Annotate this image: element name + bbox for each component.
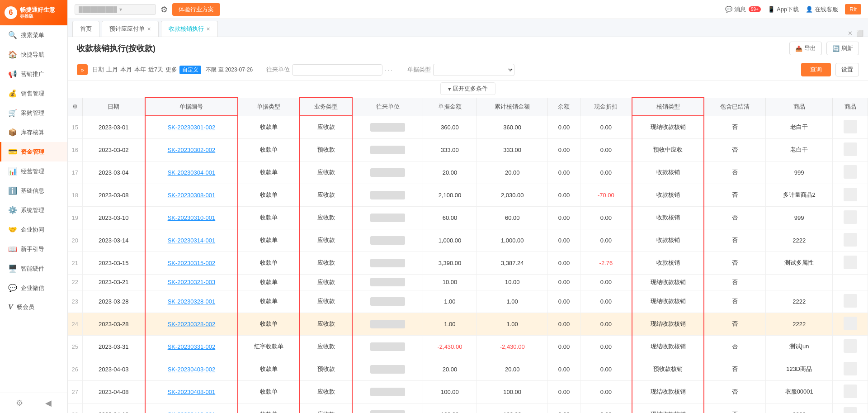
user-avatar[interactable]: Rit [845, 4, 861, 14]
date-link-lastmonth[interactable]: 上月 [106, 66, 118, 74]
cell-cash-discount: 0.00 [580, 161, 632, 184]
tab-payable-close[interactable]: ✕ [147, 26, 151, 32]
cell-cash-discount: 0.00 [580, 290, 632, 313]
expand-more-btn[interactable]: ▾ 展开更多条件 [440, 82, 495, 95]
bill-no-link[interactable]: SK-20230403-002 [168, 366, 216, 373]
cell-counterpart: ████ [352, 403, 423, 413]
sidebar-item-wecom[interactable]: 💬 企业微信 [0, 278, 67, 298]
cell-biz-type: 预收款 [300, 358, 352, 380]
cell-accumulated: 10.00 [477, 274, 548, 290]
sidebar-item-label: 新手引导 [21, 245, 44, 253]
sidebar-item-guide[interactable]: 📖 新手引导 [0, 239, 67, 259]
cell-no: 19 [68, 206, 82, 229]
sidebar-item-member[interactable]: V 畅会员 [0, 298, 67, 317]
sidebar-item-operation[interactable]: 📊 经营管理 [0, 161, 67, 181]
cell-amount: 100.00 [423, 403, 476, 413]
tab-collection-close[interactable]: ✕ [206, 26, 210, 32]
bill-no-link[interactable]: SK-20230418-001 [168, 411, 216, 413]
sidebar-item-search[interactable]: 🔍 搜索菜单 [0, 25, 67, 45]
th-settings[interactable]: ⚙ [68, 98, 82, 116]
date-link-7days[interactable]: 近7天 [148, 66, 163, 74]
collapse-icon[interactable]: ◀ [45, 398, 52, 408]
cell-balance: 0.00 [548, 184, 580, 206]
bill-no-link[interactable]: SK-20230314-001 [168, 237, 216, 244]
topbar-settings-icon[interactable]: ⚙ [160, 5, 168, 14]
home-icon: 🏠 [8, 50, 17, 59]
th-balance: 余额 [548, 98, 580, 116]
th-product1: 商品 [766, 98, 833, 116]
tab-collection[interactable]: 收款核销执行 ✕ [161, 21, 218, 37]
online-service-item[interactable]: 👤 在线客服 [806, 5, 838, 14]
cell-product1: 123D商品 [766, 358, 833, 380]
tab-payable[interactable]: 预计应应付单 ✕ [102, 21, 159, 37]
cell-accumulated: 20.00 [477, 161, 548, 184]
bill-no-link[interactable]: SK-20230331-002 [168, 343, 216, 350]
sidebar-item-basic[interactable]: ℹ️ 基础信息 [0, 181, 67, 200]
bill-no-link[interactable]: SK-20230310-001 [168, 214, 216, 221]
table-row: 22 2023-03-21 SK-20230321-003 收款单 应收款 ██… [68, 274, 868, 290]
app-download-item[interactable]: 📱 App下载 [768, 5, 799, 14]
bill-no-link[interactable]: SK-20230328-001 [168, 298, 216, 305]
date-link-thismonth[interactable]: 本月 [120, 66, 132, 74]
sidebar-item-sales[interactable]: 💰 销售管理 [0, 84, 67, 103]
cell-biz-type: 应收款 [300, 380, 352, 403]
cell-bill-type: 收款单 [238, 138, 300, 161]
cell-bill-type: 收款单 [238, 161, 300, 184]
sidebar-item-system[interactable]: ⚙️ 系统管理 [0, 200, 67, 220]
refresh-btn[interactable]: 🔄 刷新 [826, 42, 859, 55]
export-btn[interactable]: 📤 导出 [789, 42, 822, 55]
member-icon: V [8, 303, 13, 311]
refresh-label: 刷新 [841, 44, 853, 52]
cell-product2 [833, 335, 868, 358]
cell-write-off-type: 现结收款核销 [632, 335, 704, 358]
nav-input[interactable]: ██████████ ▾ [75, 4, 156, 15]
cell-balance: 0.00 [548, 335, 580, 358]
bill-no-link[interactable]: SK-20230302-002 [168, 147, 216, 153]
sidebar-item-label: 基础信息 [21, 187, 44, 195]
tab-close-all-icon[interactable]: ✕ [848, 30, 853, 37]
topbar: ██████████ ▾ ⚙ 体验行业方案 💬 消息 99+ 📱 App下载 👤… [68, 0, 868, 19]
bill-no-link[interactable]: SK-20230315-002 [168, 260, 216, 266]
query-btn[interactable]: 查询 [801, 63, 831, 76]
sidebar-item-label: 企业协同 [21, 226, 44, 234]
bill-no-link[interactable]: SK-20230301-002 [168, 124, 216, 131]
sidebar-item-hardware[interactable]: 🖥️ 智能硬件 [0, 259, 67, 278]
bill-no-link[interactable]: SK-20230328-002 [168, 321, 216, 328]
bill-no-link[interactable]: SK-20230308-001 [168, 192, 216, 199]
filter-settings-btn[interactable]: 设置 [835, 63, 859, 76]
cell-bill-no: SK-20230328-002 [145, 313, 238, 335]
filter-expand-btn[interactable]: » [77, 64, 88, 75]
cell-bill-type: 收款单 [238, 184, 300, 206]
nav-dropdown-icon[interactable]: ▾ [119, 6, 122, 13]
sidebar-item-enterprise[interactable]: 🤝 企业协同 [0, 220, 67, 239]
sidebar-item-label: 企业微信 [21, 284, 44, 292]
sidebar-item-purchase[interactable]: 🛒 采购管理 [0, 103, 67, 123]
date-link-thisyear[interactable]: 本年 [134, 66, 146, 74]
bill-no-link[interactable]: SK-20230321-003 [168, 279, 216, 285]
settings-bottom-icon[interactable]: ⚙ [16, 398, 23, 408]
cell-bill-type: 收款单 [238, 116, 300, 138]
cell-bill-type: 收款单 [238, 290, 300, 313]
th-bill-type: 单据类型 [238, 98, 300, 116]
notification-item[interactable]: 💬 消息 99+ [725, 5, 761, 14]
bill-no-link[interactable]: SK-20230408-001 [168, 389, 216, 395]
notification-icon: 💬 [725, 6, 732, 13]
cell-product2 [833, 358, 868, 380]
cell-no: 15 [68, 116, 82, 138]
sidebar-item-marketing[interactable]: 📢 营销推广 [0, 64, 67, 84]
sidebar-item-quick[interactable]: 🏠 快捷导航 [0, 45, 67, 64]
th-include-settled: 包含已结清 [704, 98, 766, 116]
sidebar-item-finance[interactable]: 💳 资金管理 [0, 142, 67, 161]
avatar-text: Rit [849, 6, 857, 13]
bill-no-link[interactable]: SK-20230304-001 [168, 169, 216, 176]
date-link-more[interactable]: 更多 [165, 66, 177, 74]
tab-expand-icon[interactable]: ⬜ [856, 30, 863, 37]
cell-balance: 0.00 [548, 403, 580, 413]
cell-biz-type: 应收款 [300, 313, 352, 335]
sidebar-item-inventory[interactable]: 📦 库存核算 [0, 123, 67, 142]
counterpart-input[interactable] [292, 64, 382, 76]
industry-btn[interactable]: 体验行业方案 [172, 3, 220, 16]
tab-home[interactable]: 首页 [72, 21, 99, 37]
bill-type-select[interactable] [433, 64, 514, 76]
date-custom-btn[interactable]: 自定义 [179, 66, 201, 74]
